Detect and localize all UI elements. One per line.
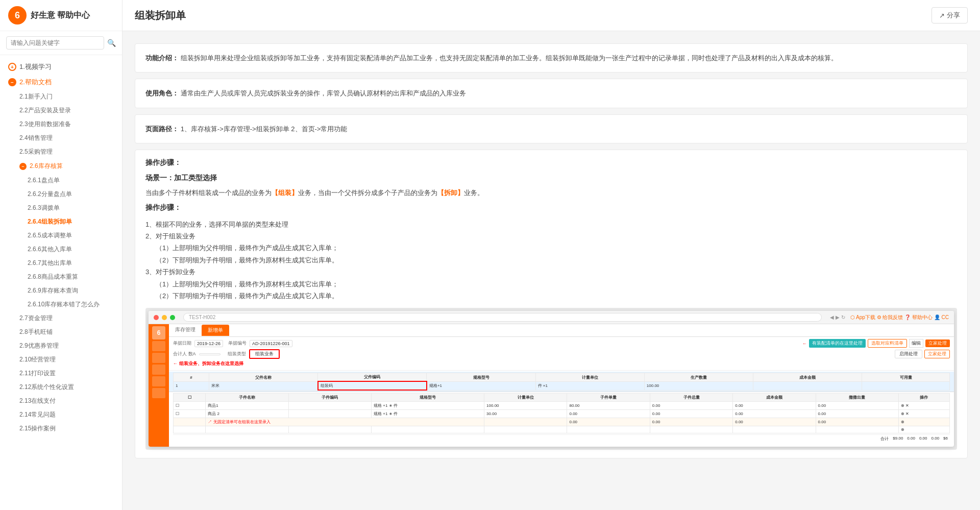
- sidebar-item-214[interactable]: 2.14常见问题: [15, 408, 122, 422]
- table-area-header: # 父件名称 父件编码 规格型号 计量单位 生产数量 成本金额: [169, 372, 954, 392]
- lr-4h: [733, 426, 816, 433]
- total-val5: $6: [943, 436, 948, 442]
- teal-annotation-badge: 有装配清单的在这里处理: [809, 339, 866, 348]
- screenshot-chrome: TEST-H002 ◀ ▶ ↻ ⬡ App下载 ⚙ 给我反馈 ❓ 帮助中心 👤 …: [149, 311, 954, 447]
- btn-edit[interactable]: 编辑: [909, 339, 923, 348]
- lr-check-3: [174, 418, 206, 426]
- sidebar-item-267[interactable]: 2.6.7其他出库单: [23, 256, 122, 270]
- lr-4g: [650, 426, 732, 433]
- lr-action-2[interactable]: ⊕ ✕: [898, 410, 949, 418]
- td-unit-1: 件 ×1: [535, 381, 644, 390]
- total-val3: 0.00: [919, 436, 927, 442]
- lr-name-2: 商品 2: [206, 410, 288, 418]
- th-seq: #: [174, 373, 209, 382]
- teal-annotation-area: ← 有装配清单的在这里处理 选取对应料清单 编辑 立家处理: [802, 339, 950, 348]
- td-avail-1: [862, 381, 950, 390]
- sidebar-item-video[interactable]: + 1.视频学习: [0, 59, 122, 75]
- sidebar-item-21[interactable]: 2.1新手入门: [15, 90, 122, 104]
- lr-ratio-3: 0.00: [567, 418, 650, 426]
- sidebar-item-26[interactable]: − 2.6库存核算: [15, 159, 122, 174]
- sidebar-item-265[interactable]: 2.6.5成本调整单: [23, 229, 122, 242]
- sidebar-item-262[interactable]: 2.6.2分量盘点单: [23, 187, 122, 201]
- lower-row-2: ☐ 商品 2 规格 +1 ∗ 件 30.00 0.00 0.00: [174, 410, 950, 418]
- lr-4b: [206, 426, 288, 433]
- th-col5: 生产数量: [644, 373, 753, 382]
- td-name-1: 米米: [209, 381, 317, 390]
- nav-sub-docs: 2.1新手入门 2.2产品安装及登录 2.3使用前数据准备 2.4销售管理 2.…: [0, 90, 122, 435]
- screenshot-wrapper: TEST-H002 ◀ ▶ ↻ ⬡ App下载 ⚙ 给我反馈 ❓ 帮助中心 👤 …: [145, 308, 957, 450]
- page-title: 组装拆卸单: [135, 9, 186, 22]
- sidebar-item-266[interactable]: 2.6.6其他入库单: [23, 242, 122, 256]
- sidebar-item-23[interactable]: 2.3使用前数据准备: [15, 117, 122, 131]
- lth-name: 子件名称: [206, 394, 288, 402]
- mini-icon-2: [152, 353, 165, 363]
- share-button[interactable]: ↗ 分享: [932, 7, 968, 23]
- logo-icon: 6: [8, 6, 27, 25]
- btn-type-search[interactable]: 启用处理: [895, 350, 922, 358]
- app-tab-inventory[interactable]: 库存管理: [169, 324, 202, 336]
- sidebar-item-25[interactable]: 2.5采购管理: [15, 145, 122, 159]
- step2-sub2: （2）下部明细为子件明细，最终作为原材料生成其它出库单。: [156, 254, 957, 266]
- feature-text: 组装拆卸单用来处理企业组装或拆卸等加工业务，支持有固定装配清单的产品加工业务，也…: [181, 54, 838, 62]
- step3: 3、对于拆卸业务: [145, 266, 957, 278]
- lth-spec: 规格型号: [372, 394, 484, 402]
- lr-4j[interactable]: ⊕: [898, 426, 949, 433]
- sidebar-item-213[interactable]: 2.13在线支付: [15, 394, 122, 408]
- annotation-text-1: ← 组装业务、拆卸业务在这里选择: [173, 360, 950, 367]
- search-box: 🔍: [0, 31, 122, 55]
- chrome-min-dot: [162, 315, 167, 320]
- sidebar-item-22[interactable]: 2.2产品安装及登录: [15, 104, 122, 117]
- sidebar-item-215[interactable]: 2.15操作案例: [15, 422, 122, 435]
- app-tab-new[interactable]: 新增单: [202, 325, 229, 336]
- btn-select-clearlist[interactable]: 选取对应料清单: [868, 339, 907, 348]
- sidebar-item-28[interactable]: 2.8手机旺铺: [15, 325, 122, 339]
- app-main: 库存管理 新增单 单据日期 2019-12-26 单据编号: [169, 324, 954, 447]
- sidebar-item-263[interactable]: 2.6.3调拨单: [23, 201, 122, 215]
- sidebar: 6 好生意 帮助中心 🔍 + 1.视频学习 − 2.帮助文档 2.1新手入门 2…: [0, 0, 122, 510]
- sidebar-item-264[interactable]: 2.6.4组装拆卸单: [23, 215, 122, 229]
- path-text: 1、库存核算->库存管理->组装拆卸单 2、首页->常用功能: [181, 125, 348, 133]
- upper-table: # 父件名称 父件编码 规格型号 计量单位 生产数量 成本金额: [173, 373, 950, 391]
- search-icon[interactable]: 🔍: [107, 39, 116, 47]
- search-input[interactable]: [6, 36, 104, 50]
- lr-4c: [288, 426, 371, 433]
- lr-action-3[interactable]: ⊕: [898, 418, 949, 426]
- logo-text: 好生意 帮助中心: [31, 10, 90, 21]
- btn-type-confirm[interactable]: 立家处理: [924, 350, 950, 358]
- step3-sub1: （1）上部明细为父件明细，最终作为原材料生成其它出库单；: [156, 278, 957, 290]
- ops-title: 操作步骤：: [145, 158, 957, 167]
- form-count: [199, 353, 220, 355]
- app-icon-small: ⬡ App下载 ⚙ 给我反馈 ❓ 帮助中心 👤 CC: [850, 314, 949, 321]
- main-header: 组装拆卸单 ↗ 分享: [122, 0, 980, 31]
- lth-cost: 成本金额: [733, 394, 816, 402]
- th-col2: 父件编码: [318, 373, 427, 382]
- lr-cost-3: 0.00: [733, 418, 816, 426]
- annotation2-area: 启用处理 立家处理: [895, 350, 950, 358]
- sidebar-item-2610[interactable]: 2.6.10库存账本错了怎么办: [23, 298, 122, 311]
- lr-action-1[interactable]: ⊕ ✕: [898, 402, 949, 410]
- sidebar-item-docs[interactable]: − 2.帮助文档: [0, 75, 122, 90]
- sidebar-item-211[interactable]: 2.11打印设置: [15, 367, 122, 380]
- th-col7: 可用量: [862, 373, 950, 382]
- sidebar-item-261[interactable]: 2.6.1盘点单: [23, 174, 122, 187]
- sidebar-item-268[interactable]: 2.6.8商品成本重算: [23, 270, 122, 284]
- table-header-row: # 父件名称 父件编码 规格型号 计量单位 生产数量 成本金额: [174, 373, 950, 382]
- nav-sub-26: 2.6.1盘点单 2.6.2分量盘点单 2.6.3调拨单 2.6.4组装拆卸单 …: [15, 174, 122, 311]
- mini-icon-4: [152, 376, 165, 386]
- minus-icon-26: −: [19, 163, 27, 170]
- btn-confirm[interactable]: 立家处理: [925, 339, 950, 347]
- chrome-close-dot: [154, 315, 159, 320]
- role-box: 使用角色： 通常由生产人员或库管人员完成拆装业务的操作，库管人员确认原材料的出库…: [135, 79, 968, 108]
- lr-qty-1: 0.00: [650, 402, 732, 410]
- lth-qty: 子件总量: [650, 394, 732, 402]
- sidebar-item-210[interactable]: 2.10经营管理: [15, 353, 122, 367]
- mini-icon-1: [152, 341, 165, 351]
- sidebar-item-24[interactable]: 2.4销售管理: [15, 131, 122, 145]
- sidebar-item-27[interactable]: 2.7资金管理: [15, 311, 122, 325]
- app-table-area: # 父件名称 父件编码 规格型号 计量单位 生产数量 成本金额: [169, 371, 954, 447]
- sidebar-item-29[interactable]: 2.9优惠券管理: [15, 339, 122, 353]
- sidebar-item-212[interactable]: 2.12系统个性化设置: [15, 380, 122, 394]
- total-label: 合计: [880, 436, 889, 442]
- sidebar-item-269[interactable]: 2.6.9库存账本查询: [23, 284, 122, 298]
- td-cost-1: [753, 381, 862, 390]
